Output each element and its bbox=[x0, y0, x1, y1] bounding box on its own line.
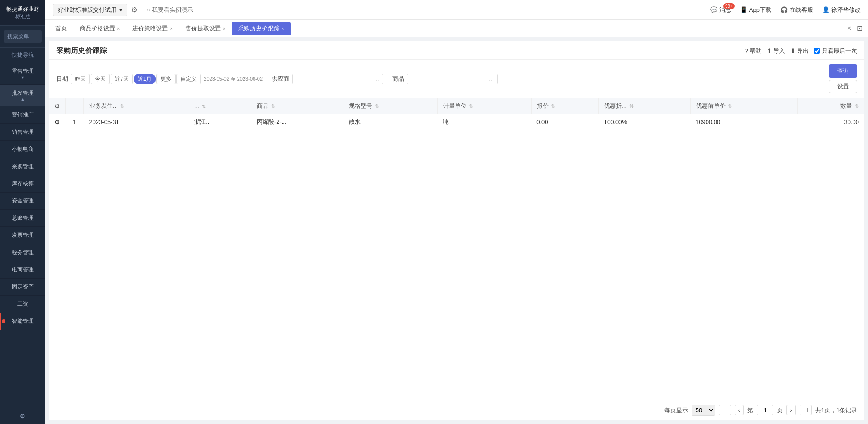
col-date[interactable]: 业务发生... ⇅ bbox=[84, 98, 189, 114]
table-row: ⚙ 1 2023-05-31 浙江... 丙烯酸-2-... 散水 吨 0.00… bbox=[49, 114, 864, 130]
tab-strategy[interactable]: 进价策略设置 × bbox=[126, 22, 179, 35]
product-dots-button[interactable]: ... bbox=[489, 76, 494, 82]
sidebar-item-smart[interactable]: 智能管理 bbox=[0, 313, 45, 330]
page-actions: ? 帮助 ⬆ 导入 ⬇ 导出 只看最后一次 bbox=[745, 47, 857, 55]
table-header-row: ⚙ 业务发生... ⇅ ... ⇅ 商品 ⇅ bbox=[49, 98, 864, 114]
page-suffix: 页 bbox=[777, 406, 783, 414]
col-spec[interactable]: 规格型号 ⇅ bbox=[343, 98, 437, 114]
date-7days-btn[interactable]: 近7天 bbox=[111, 74, 133, 84]
col-gear[interactable]: ⚙ bbox=[49, 98, 66, 114]
tab-price[interactable]: 商品价格设置 × bbox=[73, 22, 126, 35]
date-today-btn[interactable]: 今天 bbox=[91, 74, 110, 84]
only-last-checkbox-label[interactable]: 只看最后一次 bbox=[814, 47, 857, 55]
sidebar-item-ledger[interactable]: 总账管理 bbox=[0, 210, 45, 227]
sort-icon-price-before: ⇅ bbox=[728, 103, 732, 109]
topbar-settings-button[interactable]: ⚙ bbox=[131, 5, 137, 14]
date-1month-btn[interactable]: 近1月 bbox=[134, 74, 156, 84]
sidebar-item-marketing[interactable]: 营销推广 bbox=[0, 106, 45, 124]
sidebar-item-assets[interactable]: 固定资产 bbox=[0, 279, 45, 296]
product-input-wrap[interactable]: ... bbox=[407, 74, 498, 84]
tab-home[interactable]: 首页 bbox=[49, 22, 73, 35]
sidebar-search-area[interactable]: 搜索菜单 bbox=[0, 26, 45, 48]
row-product-cell: 丙烯酸-2-... bbox=[251, 114, 343, 130]
sidebar-item-inventory[interactable]: 库存核算 bbox=[0, 175, 45, 193]
supplier-input[interactable] bbox=[296, 76, 372, 82]
sidebar-item-invoice[interactable]: 发票管理 bbox=[0, 227, 45, 244]
topbar-right: 💬 消息 99+ 📱 App下载 🎧 在线客服 👤 徐泽华修改 bbox=[710, 6, 861, 14]
app-edition: 标准版 bbox=[15, 13, 30, 20]
online-service-button[interactable]: 🎧 在线客服 bbox=[780, 6, 813, 14]
only-last-checkbox[interactable] bbox=[814, 48, 820, 54]
sidebar-item-tax[interactable]: 税务管理 bbox=[0, 244, 45, 261]
close-tab-button[interactable]: × bbox=[845, 24, 853, 34]
row-quantity-cell: 30.00 bbox=[798, 114, 864, 130]
sidebar-item-purchase[interactable]: 采购管理 bbox=[0, 158, 45, 175]
user-menu-button[interactable]: 👤 徐泽华修改 bbox=[822, 6, 861, 14]
col-price-before[interactable]: 优惠前单价 ⇅ bbox=[690, 98, 798, 114]
sidebar-item-finance[interactable]: 资金管理 bbox=[0, 193, 45, 210]
product-select[interactable]: 好业财标准版交付试用 ▾ bbox=[53, 4, 127, 16]
tab-selling-close[interactable]: × bbox=[223, 26, 225, 31]
supplier-filter-label: 供应商 bbox=[272, 75, 289, 83]
col-dots[interactable]: ... ⇅ bbox=[189, 98, 251, 114]
col-quantity[interactable]: 数量 ⇅ bbox=[798, 98, 864, 114]
col-seq bbox=[66, 98, 84, 114]
date-yesterday-btn[interactable]: 昨天 bbox=[71, 74, 90, 84]
maximize-button[interactable]: ⊡ bbox=[855, 23, 864, 34]
sidebar-item-ecommerce[interactable]: 电商管理 bbox=[0, 261, 45, 279]
pagination: 每页显示 20 50 100 ⊢ ‹ 第 页 › ⊣ 共1页，1条记录 bbox=[49, 400, 864, 420]
sidebar-quicknav[interactable]: 快捷导航 bbox=[0, 48, 45, 63]
sidebar-item-label: 电商管理 bbox=[12, 266, 34, 274]
sidebar-item-salary[interactable]: 工资 bbox=[0, 296, 45, 313]
help-link[interactable]: ? 帮助 bbox=[745, 47, 761, 55]
sidebar-item-retail[interactable]: 零售管理 ▼ bbox=[0, 63, 45, 85]
col-product[interactable]: 商品 ⇅ bbox=[251, 98, 343, 114]
col-discount[interactable]: 优惠折... ⇅ bbox=[599, 98, 690, 114]
sidebar-item-label: 工资 bbox=[17, 300, 28, 308]
prev-page-btn[interactable]: ‹ bbox=[735, 405, 744, 415]
sort-icon-spec: ⇅ bbox=[375, 103, 379, 109]
tab-history[interactable]: 采购历史价跟踪 × bbox=[232, 22, 290, 35]
message-button[interactable]: 💬 消息 99+ bbox=[710, 6, 731, 14]
sort-icon-discount: ⇅ bbox=[629, 103, 634, 109]
date-filter-group: 日期 昨天 今天 近7天 近1月 更多 自定义 2023-05-02 至 202… bbox=[56, 74, 263, 84]
tab-selling[interactable]: 售价提取设置 × bbox=[179, 22, 232, 35]
next-page-btn[interactable]: › bbox=[786, 405, 795, 415]
export-button[interactable]: ⬇ 导出 bbox=[790, 47, 809, 55]
search-menu-button[interactable]: 搜索菜单 bbox=[4, 30, 42, 43]
app-download-button[interactable]: 📱 App下载 bbox=[740, 6, 771, 14]
col-unit[interactable]: 计量单位 ⇅ bbox=[437, 98, 531, 114]
sidebar-item-sales[interactable]: 销售管理 bbox=[0, 124, 45, 141]
settings-secondary-button[interactable]: 设置 bbox=[829, 80, 857, 93]
sidebar-item-label: 小畅电商 bbox=[12, 145, 34, 153]
demo-link[interactable]: ○ 我要看实例演示 bbox=[146, 6, 193, 14]
date-custom-btn[interactable]: 自定义 bbox=[176, 74, 201, 84]
tab-strategy-close[interactable]: × bbox=[170, 26, 172, 31]
last-page-btn[interactable]: ⊣ bbox=[800, 405, 812, 415]
page-input[interactable] bbox=[757, 405, 773, 415]
tab-price-label: 商品价格设置 bbox=[80, 24, 115, 33]
col-product-label: 商品 bbox=[257, 102, 268, 109]
first-page-btn[interactable]: ⊢ bbox=[719, 405, 731, 415]
tab-price-close[interactable]: × bbox=[117, 26, 120, 31]
sidebar-settings-button[interactable]: ⚙ bbox=[0, 408, 45, 424]
sidebar-item-label: 资金管理 bbox=[12, 197, 34, 205]
supplier-input-wrap[interactable]: ... bbox=[292, 74, 383, 84]
sidebar-item-wholesale[interactable]: 批发管理 ▲ bbox=[0, 85, 45, 106]
row-spec-cell: 散水 bbox=[343, 114, 437, 130]
query-button[interactable]: 查询 bbox=[829, 64, 857, 78]
sidebar-item-label: 营销推广 bbox=[12, 111, 34, 119]
row-gear-cell[interactable]: ⚙ bbox=[49, 114, 66, 130]
sidebar-item-ecommerce-small[interactable]: 小畅电商 bbox=[0, 141, 45, 158]
page-label: 第 bbox=[747, 406, 753, 414]
per-page-select[interactable]: 20 50 100 bbox=[692, 405, 715, 416]
import-button[interactable]: ⬆ 导入 bbox=[767, 47, 785, 55]
row-discount-cell: 100.00% bbox=[599, 114, 690, 130]
col-price[interactable]: 报价 ⇅ bbox=[531, 98, 598, 114]
tab-history-close[interactable]: × bbox=[281, 26, 284, 31]
date-more-btn[interactable]: 更多 bbox=[156, 74, 176, 84]
product-input[interactable] bbox=[411, 76, 487, 82]
chevron-up-icon: ▲ bbox=[21, 97, 25, 101]
headset-icon: 🎧 bbox=[780, 6, 788, 13]
supplier-dots-button[interactable]: ... bbox=[374, 76, 379, 82]
